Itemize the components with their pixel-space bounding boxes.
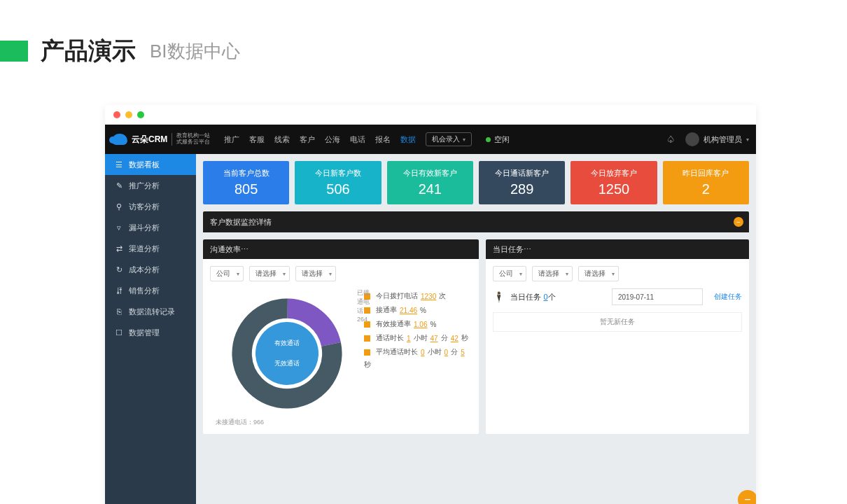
monitor-panel-header: 客户数据监控详情 − [203, 211, 749, 232]
opportunity-entry-button[interactable]: 机会录入 ▾ [426, 132, 472, 146]
legend-row: 接通率 21.46 % [364, 305, 472, 315]
empty-tasks: 暂无新任务 [493, 312, 742, 332]
fab-button[interactable]: − [738, 490, 756, 504]
legend-row: 通话时长 1 小时 47 分 42 秒 [364, 333, 472, 343]
sidebar-item-channel[interactable]: ⇄渠道分析 [105, 238, 196, 259]
more-icon[interactable]: ⋯ [524, 245, 531, 254]
stat-abandoned[interactable]: 今日放弃客户1250 [570, 161, 657, 204]
logo-subtitle: 教育机构一站 式服务云平台 [172, 133, 210, 146]
sidebar-item-funnel[interactable]: ▿漏斗分析 [105, 217, 196, 238]
status-dot-icon [486, 137, 491, 142]
task-filters: 公司 请选择 请选择 [493, 266, 742, 281]
stat-cards: 当前客户总数805 今日新客户数506 今日有效新客户241 今日通话新客户28… [203, 161, 749, 204]
nav-leads[interactable]: 线索 [274, 134, 290, 145]
channel-icon: ⇄ [115, 244, 123, 253]
select-2[interactable]: 请选择 [249, 266, 290, 281]
dashboard-icon: ☰ [115, 160, 123, 169]
task-summary-row: 🕴 当日任务 0个 创建任务 [493, 288, 742, 305]
nav-data[interactable]: 数据 [400, 134, 416, 145]
edit-icon: ✎ [115, 181, 123, 190]
tasks-card-body: 公司 请选择 请选择 🕴 当日任务 0个 创建任务 暂无新任务 [486, 259, 749, 339]
square-icon [364, 349, 370, 356]
stat-total-customers[interactable]: 当前客户总数805 [203, 161, 289, 204]
close-icon[interactable] [113, 111, 120, 118]
page-header: 产品演示 BI数据中心 [0, 0, 847, 88]
legend-row: 平均通话时长 0 小时 0 分 5 秒 [364, 347, 472, 370]
user-menu[interactable]: 机构管理员 ▾ [685, 132, 749, 146]
app-body: ☰数据看板 ✎推广分析 ⚲访客分析 ▿漏斗分析 ⇄渠道分析 ↻成本分析 ⭿销售分… [105, 154, 756, 504]
donut-center: 有效通话 无效通话 [255, 322, 318, 385]
sidebar-item-promo[interactable]: ✎推广分析 [105, 175, 196, 196]
cloud-icon [112, 134, 127, 145]
sidebar-item-dashboard[interactable]: ☰数据看板 [105, 154, 196, 175]
avatar [685, 132, 699, 146]
legend: 今日拨打电话 1230 次 接通率 21.46 % 有效接通率 1.06 % 通… [364, 287, 472, 427]
date-input[interactable] [612, 288, 703, 305]
donut-chart: 有效通话 无效通话 已接通电话：264 未接通电话：966 [210, 287, 364, 427]
stat-valid-new[interactable]: 今日有效新客户241 [387, 161, 473, 204]
nav-sea[interactable]: 公海 [325, 134, 340, 145]
more-icon[interactable]: ⋯ [241, 245, 248, 254]
window-controls [105, 105, 756, 125]
legend-row: 今日拨打电话 1230 次 [364, 291, 472, 301]
comm-filters: 公司 请选择 请选择 [210, 266, 472, 281]
box-icon: ☐ [115, 328, 123, 337]
sidebar-item-visitor[interactable]: ⚲访客分析 [105, 196, 196, 217]
comm-efficiency-card: 沟通效率 ⋯ 公司 请选择 请选择 [203, 239, 479, 434]
copy-icon: ⎘ [115, 307, 123, 316]
user-icon: ⚲ [115, 202, 123, 211]
top-nav: 云朵CRM 教育机构一站 式服务云平台 推广 客服 线索 客户 公海 电话 报名… [105, 125, 756, 154]
page-subtitle: BI数据中心 [150, 39, 240, 64]
comm-card-header: 沟通效率 ⋯ [203, 239, 479, 259]
nav-customers[interactable]: 客户 [300, 134, 315, 145]
company-select[interactable]: 公司 [210, 266, 244, 281]
collapse-icon[interactable]: − [734, 217, 743, 227]
square-icon [364, 335, 370, 342]
create-task-link[interactable]: 创建任务 [714, 292, 742, 302]
stat-returned[interactable]: 昨日回库客户2 [663, 161, 749, 204]
sidebar-item-flow[interactable]: ⎘数据流转记录 [105, 301, 196, 322]
maximize-icon[interactable] [137, 111, 144, 118]
sidebar: ☰数据看板 ✎推广分析 ⚲访客分析 ▿漏斗分析 ⇄渠道分析 ↻成本分析 ⭿销售分… [105, 154, 196, 504]
nav-service[interactable]: 客服 [249, 134, 265, 145]
main-content: 当前客户总数805 今日新客户数506 今日有效新客户241 今日通话新客户28… [196, 154, 756, 504]
two-column: 沟通效率 ⋯ 公司 请选择 请选择 [203, 239, 749, 434]
minimize-icon[interactable] [125, 111, 132, 118]
funnel-icon: ▿ [115, 223, 123, 232]
chevron-down-icon: ▾ [463, 136, 465, 143]
person-icon: 🕴 [493, 291, 505, 302]
company-select[interactable]: 公司 [493, 266, 526, 281]
sidebar-item-manage[interactable]: ☐数据管理 [105, 322, 196, 343]
chart-area: 有效通话 无效通话 已接通电话：264 未接通电话：966 今日拨打电话 123… [210, 287, 472, 427]
tasks-card-header: 当日任务 ⋯ [486, 239, 749, 259]
nav-signup[interactable]: 报名 [375, 134, 391, 145]
logo: 云朵CRM 教育机构一站 式服务云平台 [112, 133, 210, 146]
stat-call-new[interactable]: 今日通话新客户289 [479, 161, 565, 204]
legend-row: 有效接通率 1.06 % [364, 319, 472, 329]
nav-items: 推广 客服 线索 客户 公海 电话 报名 数据 [224, 134, 416, 145]
refresh-icon: ↻ [115, 265, 123, 274]
stat-new-customers[interactable]: 今日新客户数506 [295, 161, 381, 204]
nav-phone[interactable]: 电话 [350, 134, 365, 145]
bell-icon[interactable]: ♤ [666, 134, 676, 145]
app-window: 云朵CRM 教育机构一站 式服务云平台 推广 客服 线索 客户 公海 电话 报名… [105, 105, 756, 504]
select-3[interactable]: 请选择 [295, 266, 336, 281]
comm-card-body: 公司 请选择 请选择 [203, 259, 479, 434]
chart-icon: ⭿ [115, 286, 123, 295]
task-count-label: 当日任务 0个 [510, 292, 555, 302]
status-indicator: 空闲 [486, 134, 510, 145]
select-2[interactable]: 请选择 [532, 266, 573, 281]
sidebar-item-cost[interactable]: ↻成本分析 [105, 259, 196, 280]
chevron-down-icon: ▾ [746, 136, 749, 143]
connected-label: 已接通电话：264 [357, 288, 370, 323]
missed-label: 未接通电话：966 [216, 418, 264, 427]
nav-promo[interactable]: 推广 [224, 134, 239, 145]
select-3[interactable]: 请选择 [578, 266, 619, 281]
tasks-card: 当日任务 ⋯ 公司 请选择 请选择 🕴 当日任务 0个 [486, 239, 749, 434]
sidebar-item-sales[interactable]: ⭿销售分析 [105, 280, 196, 301]
accent-bar [0, 41, 28, 62]
logo-text: 云朵CRM [132, 134, 167, 146]
page-title: 产品演示 [41, 35, 136, 67]
